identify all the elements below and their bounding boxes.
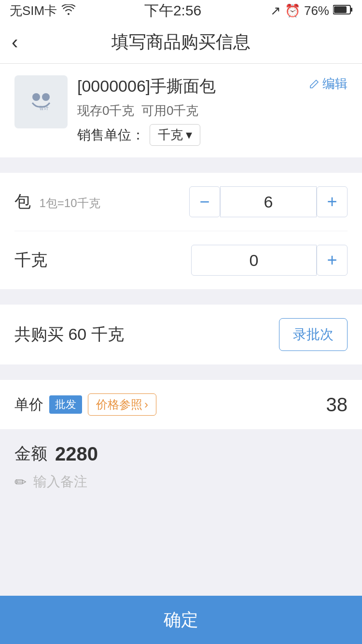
bag-plus-button[interactable]: + [317, 186, 348, 217]
svg-text:智计: 智计 [39, 105, 49, 111]
divider-1 [0, 165, 362, 173]
confirm-bar[interactable]: 确定 [0, 596, 362, 644]
amount-label: 金额 [14, 443, 47, 465]
amount-row: 金额 2280 [14, 443, 348, 465]
status-bar-right: ↗ ⏰ 76% [270, 3, 352, 18]
kg-qty-controls: + [191, 245, 348, 276]
bag-qty-row: 包 1包=10千克 − + [14, 173, 348, 231]
pencil-icon: ✏ [14, 474, 27, 490]
bag-minus-button[interactable]: − [189, 186, 220, 217]
remark-row[interactable]: ✏ 输入备注 [14, 473, 348, 501]
price-badge: 批发 [49, 395, 82, 414]
kg-label: 千克 [14, 249, 191, 271]
nav-title: 填写商品购买信息 [111, 30, 251, 54]
status-bar-left: 无SIM卡 [10, 2, 75, 19]
location-icon: ↗ [270, 3, 281, 18]
alarm-icon: ⏰ [285, 3, 300, 18]
status-bar: 无SIM卡 下午2:56 ↗ ⏰ 76% [0, 0, 362, 21]
price-section: 单价 批发 价格参照 › 38 [0, 380, 362, 429]
svg-point-3 [32, 93, 40, 101]
kg-plus-button[interactable]: + [317, 245, 348, 276]
price-ref-button[interactable]: 价格参照 › [88, 393, 156, 416]
carrier-text: 无SIM卡 [10, 2, 57, 19]
price-label: 单价 批发 价格参照 › [14, 393, 156, 416]
product-info: [0000006]手撕面包 编辑 现存0千克 可用0千克 销售单位： 千克 ▾ [77, 75, 348, 146]
svg-rect-1 [350, 8, 352, 12]
price-row: 单价 批发 价格参照 › 38 [14, 393, 348, 416]
bag-qty-controls: − + [189, 186, 348, 217]
svg-rect-2 [334, 6, 347, 13]
kg-qty-input[interactable] [191, 245, 317, 276]
bag-qty-input[interactable] [220, 186, 317, 217]
product-name-text: 手撕面包 [150, 77, 216, 95]
unit-label: 销售单位： [77, 126, 145, 144]
amount-value: 2280 [55, 443, 98, 465]
chevron-down-icon: ▾ [186, 127, 192, 142]
batch-button[interactable]: 录批次 [279, 318, 348, 351]
total-text: 共购买 60 千克 [14, 323, 124, 346]
confirm-text: 确定 [164, 608, 198, 632]
kg-qty-row: 千克 + [14, 231, 348, 289]
status-bar-time: 下午2:56 [144, 1, 201, 21]
unit-select[interactable]: 千克 ▾ [150, 124, 200, 146]
product-logo: 智计 [27, 87, 56, 116]
product-unit-row: 销售单位： 千克 ▾ [77, 124, 348, 146]
product-image: 智计 [14, 75, 68, 128]
bag-sublabel: 1包=10千克 [39, 196, 100, 210]
product-top-row: [0000006]手撕面包 编辑 [77, 75, 348, 102]
svg-point-4 [42, 93, 50, 101]
total-value: 60 [68, 325, 86, 343]
product-stock: 现存0千克 可用0千克 [77, 102, 348, 119]
total-row: 共购买 60 千克 录批次 [0, 305, 362, 364]
product-card: 智计 [0000006]手撕面包 编辑 现存0千克 可用0千克 销售单位： 千克… [0, 64, 362, 157]
battery-icon [333, 3, 352, 18]
bag-label: 包 1包=10千克 [14, 191, 189, 213]
product-name: [0000006]手撕面包 [77, 75, 216, 98]
battery-text: 76% [304, 3, 329, 18]
product-code: [0000006] [77, 77, 150, 95]
price-value: 38 [326, 394, 348, 416]
wifi-icon [62, 3, 75, 18]
back-button[interactable]: ‹ [12, 31, 18, 53]
chevron-right-icon: › [144, 398, 148, 411]
remark-placeholder: 输入备注 [33, 473, 87, 491]
nav-bar: ‹ 填写商品购买信息 [0, 21, 362, 64]
divider-3 [0, 372, 362, 380]
amount-section: 金额 2280 ✏ 输入备注 [0, 429, 362, 501]
quantity-section: 包 1包=10千克 − + 千克 + [0, 173, 362, 289]
divider-2 [0, 297, 362, 305]
edit-button[interactable]: 编辑 [309, 75, 348, 92]
